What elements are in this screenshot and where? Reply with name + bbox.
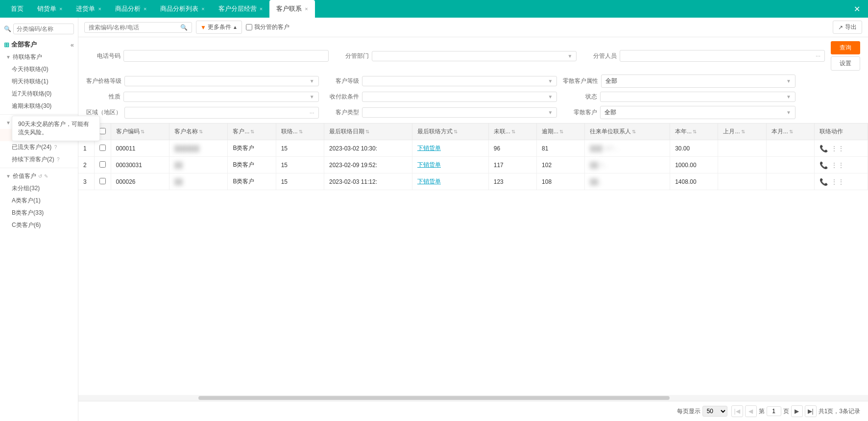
sidebar-item-declining[interactable]: 持续下滑客户(2) ? bbox=[0, 153, 78, 166]
phone-input[interactable] bbox=[123, 50, 329, 62]
settings-button[interactable]: 设置 bbox=[831, 56, 860, 71]
row-last-method[interactable]: 下销货单 bbox=[412, 173, 489, 190]
row-contact: 15 bbox=[276, 173, 324, 190]
last-page-button[interactable]: ▶| bbox=[805, 405, 817, 417]
filter-dept: 分管部门 ▼ bbox=[335, 51, 577, 61]
tab-close-product-analysis[interactable]: × bbox=[144, 6, 146, 12]
page-size-select[interactable]: 50 100 200 bbox=[702, 406, 727, 417]
dept-select[interactable]: ▼ bbox=[372, 51, 577, 61]
filter-icon: ▼ bbox=[200, 24, 206, 31]
filter-row-3: 性质 ▼ 收付款条件 ▼ 状态 bbox=[86, 92, 860, 102]
action-more-icon[interactable]: ⋮⋮ bbox=[831, 178, 844, 186]
export-button[interactable]: ↗ 导出 bbox=[833, 21, 862, 34]
tab-customer-contact[interactable]: 客户联系 × bbox=[269, 0, 314, 18]
action-contact-icon[interactable]: 📞 bbox=[820, 161, 828, 169]
price-level-select[interactable]: ▼ bbox=[124, 76, 319, 86]
next-page-button[interactable]: ▶ bbox=[791, 405, 803, 417]
row-checkbox[interactable] bbox=[94, 140, 111, 157]
sidebar-item-7days[interactable]: 近7天待联络(0) bbox=[0, 88, 78, 100]
tab-purchase-order[interactable]: 进货单 × bbox=[69, 0, 108, 18]
app-close-button[interactable]: ✕ bbox=[850, 4, 864, 14]
tab-home[interactable]: 首页 bbox=[4, 0, 30, 18]
th-last-month[interactable]: 上月...⇅ bbox=[718, 124, 766, 140]
my-customers-checkbox[interactable] bbox=[246, 24, 252, 30]
action-contact-icon[interactable]: 📞 bbox=[820, 178, 828, 186]
more-conditions-button[interactable]: ▼ 更多条件 ▲ bbox=[196, 21, 242, 34]
row-checkbox[interactable] bbox=[94, 173, 111, 190]
row-last-date: 2023-03-02 10:30: bbox=[324, 140, 412, 157]
region-select[interactable]: ··· bbox=[124, 107, 319, 119]
query-button[interactable]: 查询 bbox=[831, 41, 860, 54]
retail-customer-select[interactable]: 全部 ▼ bbox=[600, 106, 796, 119]
row-last-method[interactable]: 下销货单 bbox=[412, 157, 489, 173]
th-last-method[interactable]: 最后联络方式⇅ bbox=[412, 124, 489, 140]
search-submit-icon[interactable]: 🔍 bbox=[180, 24, 188, 31]
sidebar-group-value[interactable]: ▼ 价值客户 ↺ ✎ bbox=[0, 170, 78, 182]
tab-customer-segmentation[interactable]: 客户分层经营 × bbox=[212, 0, 269, 18]
th-code[interactable]: 客户编码⇅ bbox=[111, 124, 169, 140]
sidebar-item-ungrouped[interactable]: 未分组(32) bbox=[0, 182, 78, 195]
th-this-month[interactable]: 本月...⇅ bbox=[766, 124, 814, 140]
my-customers-checkbox-label[interactable]: 我分管的客户 bbox=[246, 23, 289, 31]
th-last-date[interactable]: 最后联络日期⇅ bbox=[324, 124, 412, 140]
region-more-icon[interactable]: ··· bbox=[310, 109, 314, 116]
sidebar-item-overdue[interactable]: 逾期未联络(30) bbox=[0, 100, 78, 112]
first-page-button[interactable]: |◀ bbox=[731, 405, 743, 417]
th-type[interactable]: 客户...⇅ bbox=[228, 124, 276, 140]
sidebar-item-tomorrow[interactable]: 明天待联络(1) bbox=[0, 75, 78, 88]
tab-sales-order[interactable]: 销货单 × bbox=[30, 0, 69, 18]
tab-close-purchase-order[interactable]: × bbox=[98, 6, 101, 12]
action-more-icon[interactable]: ⋮⋮ bbox=[831, 161, 844, 169]
scrollbar-thumb[interactable] bbox=[198, 396, 670, 400]
horizontal-scrollbar[interactable] bbox=[78, 395, 868, 401]
sidebar-search-input[interactable] bbox=[13, 24, 74, 34]
customer-level-select[interactable]: ▼ bbox=[362, 76, 557, 86]
filter-customer-type: 客户类型 ▼ bbox=[325, 107, 557, 118]
sidebar-item-class-a[interactable]: A类客户(1) bbox=[0, 195, 78, 207]
manager-select[interactable]: ··· bbox=[620, 50, 825, 62]
tab-close-customer-contact[interactable]: × bbox=[305, 6, 308, 12]
sidebar-item-class-c[interactable]: C类客户(6) bbox=[0, 219, 78, 231]
main-search-input[interactable] bbox=[89, 24, 180, 31]
grid-icon: ⊞ bbox=[4, 41, 9, 49]
payment-select[interactable]: ▼ bbox=[362, 92, 557, 102]
sidebar-divider-2 bbox=[0, 168, 78, 168]
retail-attr-select[interactable]: 全部 ▼ bbox=[601, 74, 796, 88]
select-all-checkbox[interactable] bbox=[99, 128, 106, 134]
th-no-contact[interactable]: 未联...⇅ bbox=[488, 124, 536, 140]
sort-icon-date: ⇅ bbox=[365, 129, 369, 134]
th-name[interactable]: 客户名称⇅ bbox=[169, 124, 227, 140]
sort-icon-code: ⇅ bbox=[141, 129, 145, 134]
sidebar-item-class-b[interactable]: B类客户(33) bbox=[0, 207, 78, 219]
sidebar-group-pending[interactable]: ▼ 待联络客户 bbox=[0, 51, 78, 63]
tab-close-customer-segmentation[interactable]: × bbox=[260, 6, 263, 12]
sidebar-all-customers[interactable]: ⊞ 全部客户 « bbox=[0, 38, 78, 51]
customer-type-select[interactable]: ▼ bbox=[362, 107, 557, 118]
th-overdue[interactable]: 逾期...⇅ bbox=[537, 124, 585, 140]
th-contact-person[interactable]: 往来单位联系人⇅ bbox=[585, 124, 670, 140]
nature-select[interactable]: ▼ bbox=[123, 92, 319, 102]
th-this-year[interactable]: 本年...⇅ bbox=[670, 124, 718, 140]
refresh-icon[interactable]: ↺ bbox=[38, 173, 42, 179]
tab-close-sales-order[interactable]: × bbox=[59, 6, 62, 12]
tab-product-analysis-list[interactable]: 商品分析列表 × bbox=[153, 0, 211, 18]
sidebar-item-churned[interactable]: 已流失客户(24) ? bbox=[0, 141, 78, 153]
page-number-input[interactable] bbox=[767, 406, 781, 416]
tab-product-analysis[interactable]: 商品分析 × bbox=[108, 0, 153, 18]
action-contact-icon[interactable]: 📞 bbox=[820, 145, 828, 152]
sort-icon-name: ⇅ bbox=[199, 129, 203, 134]
th-contact[interactable]: 联络...⇅ bbox=[276, 124, 324, 140]
edit-icon[interactable]: ✎ bbox=[44, 173, 48, 179]
row-name: ██ bbox=[169, 157, 227, 173]
tab-close-product-analysis-list[interactable]: × bbox=[201, 6, 204, 12]
filter-retail-attr: 零散客户属性 全部 ▼ bbox=[563, 74, 796, 88]
manager-more-icon[interactable]: ··· bbox=[816, 52, 820, 59]
action-more-icon[interactable]: ⋮⋮ bbox=[831, 145, 844, 152]
row-last-method[interactable]: 下销货单 bbox=[412, 140, 489, 157]
status-select[interactable]: ▼ bbox=[600, 92, 796, 102]
row-code: 00030031 bbox=[111, 157, 169, 173]
row-checkbox[interactable] bbox=[94, 157, 111, 173]
prev-page-button[interactable]: ◀ bbox=[745, 405, 757, 417]
sidebar-item-today[interactable]: 今天待联络(0) bbox=[0, 63, 78, 75]
row-this-month bbox=[766, 140, 814, 157]
